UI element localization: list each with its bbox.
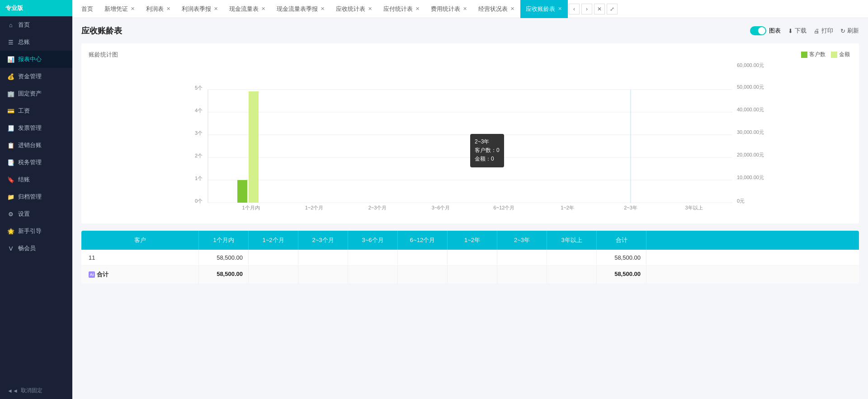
legend-amount-dot [831,52,837,58]
svg-text:3~6个月: 3~6个月 [432,205,450,210]
svg-text:2~3年: 2~3年 [624,205,637,210]
legend-customer-dot [801,52,807,58]
tax-icon: 📑 [7,159,14,166]
legend-amount: 金额 [831,51,850,58]
sidebar-item-reports[interactable]: 📊 报表中心 [0,51,72,68]
sidebar-item-stock[interactable]: 📋 进销台账 [0,137,72,154]
bar-1month-customer [237,180,247,203]
sidebar-item-salary[interactable]: 💳 工资 [0,102,72,119]
tab-label: 应收统计表 [336,5,365,13]
download-label: 下载 [795,27,807,35]
sidebar-item-label: 设置 [18,210,30,218]
bar-chart: 0个 1个 2个 3个 4个 5个 0元 10,000.00元 20,000.0… [89,62,852,216]
tab-payable-stat[interactable]: 应付统计表 ✕ [378,0,425,18]
svg-text:50,000.00元: 50,000.00元 [737,84,764,90]
sidebar-item-label: 结账 [18,176,30,184]
cell-2-3month [298,250,348,266]
tab-bar: 首页 新增凭证 ✕ 利润表 ✕ 利润表季报 ✕ 现金流量表 ✕ 现金流量表季报 … [72,0,868,18]
tab-expense-stat[interactable]: 费用统计表 ✕ [425,0,473,18]
tab-close-icon[interactable]: ✕ [166,6,170,12]
cell-total: 58,500.00 [597,250,646,266]
tab-close-icon[interactable]: ✕ [131,6,135,12]
sidebar-item-label: 畅会员 [18,244,36,252]
svg-text:0个: 0个 [195,198,203,204]
refresh-label: 刷新 [847,27,859,35]
tab-cashflow-quarter[interactable]: 现金流量表季报 ✕ [271,0,330,18]
col-6-12month: 6~12个月 [398,231,448,250]
tab-label: 首页 [81,5,93,13]
col-over3year: 3年以上 [547,231,597,250]
sidebar-item-label: 税务管理 [18,158,42,166]
tab-voucher[interactable]: 新增凭证 ✕ [99,0,141,18]
toggle-track[interactable] [750,26,766,35]
tab-close-icon[interactable]: ✕ [214,6,218,12]
col-customer: 客户 [81,231,199,250]
assets-icon: 🏢 [7,90,14,97]
tab-profit[interactable]: 利润表 ✕ [141,0,176,18]
tab-next-button[interactable]: › [581,4,592,14]
sidebar-item-capital[interactable]: 💰 资金管理 [0,68,72,85]
svg-text:2~3个月: 2~3个月 [368,205,387,210]
tab-cashflow[interactable]: 现金流量表 ✕ [224,0,271,18]
tab-close-icon[interactable]: ✕ [261,6,265,12]
tab-receivable-stat[interactable]: 应收统计表 ✕ [330,0,378,18]
sidebar-item-label: 进销台账 [18,141,42,149]
unpin-icon: ◄◄ [7,388,18,394]
tab-close-icon[interactable]: ✕ [321,6,325,12]
tab-expand-button[interactable]: ⤢ [607,4,618,14]
tab-prev-button[interactable]: ‹ [569,4,580,14]
sidebar-item-checkout[interactable]: 🔖 结账 [0,171,72,188]
sidebar-item-settings[interactable]: ⚙ 设置 [0,205,72,223]
sidebar-item-member[interactable]: V 畅会员 [0,240,72,257]
tab-home[interactable]: 首页 [76,0,99,18]
footer-2-3month [298,266,348,283]
tab-label: 利润表 [146,5,164,13]
sidebar-item-assets[interactable]: 🏢 固定资产 [0,85,72,102]
chart-toggle[interactable]: 图表 [750,26,781,35]
tab-profit-quarter[interactable]: 利润表季报 ✕ [176,0,224,18]
header-actions: 图表 ⬇ 下载 🖨 打印 ↻ 刷新 [750,26,859,35]
data-table: 客户 1个月内 1~2个月 2~3个月 3~6个月 6~12个月 1~2年 2~… [81,231,859,283]
cell-6-12month [398,250,448,266]
tab-label: 应付统计表 [383,5,413,13]
sidebar-item-archive[interactable]: 📁 归档管理 [0,188,72,205]
archive-icon: 📁 [7,193,14,200]
print-button[interactable]: 🖨 打印 [814,27,833,35]
table-header: 客户 1个月内 1~2个月 2~3个月 3~6个月 6~12个月 1~2年 2~… [81,231,859,250]
sidebar-item-invoice[interactable]: 🧾 发票管理 [0,119,72,137]
sidebar-item-tax[interactable]: 📑 税务管理 [0,154,72,171]
svg-text:0元: 0元 [737,198,745,204]
refresh-button[interactable]: ↻ 刷新 [840,27,859,35]
legend-customer-label: 客户数 [809,51,826,58]
tab-close-all-button[interactable]: ✕ [594,4,605,14]
svg-text:2个: 2个 [195,153,203,158]
svg-text:1~2个月: 1~2个月 [305,205,324,210]
sidebar-item-guide[interactable]: 🌟 新手引导 [0,223,72,240]
tab-receivable-aging[interactable]: 应收账龄表 ✕ [520,0,568,18]
footer-3-6month [348,266,398,283]
tab-close-icon[interactable]: ✕ [510,6,514,12]
sidebar-item-ledger[interactable]: ☰ 总账 [0,33,72,51]
tab-label: 费用统计表 [431,5,460,13]
download-button[interactable]: ⬇ 下载 [788,27,807,35]
sidebar-item-home[interactable]: ⌂ 首页 [0,16,72,33]
tab-close-icon[interactable]: ✕ [463,6,467,12]
bar-1month-amount [249,91,259,203]
tab-business-stat[interactable]: 经营状况表 ✕ [473,0,520,18]
unpin-button[interactable]: ◄◄ 取消固定 [0,382,72,399]
svg-text:30,000.00元: 30,000.00元 [737,129,764,135]
sidebar-item-label: 工资 [18,107,30,115]
footer-1-2month [249,266,298,283]
sidebar: 专业版 ⌂ 首页 ☰ 总账 📊 报表中心 💰 资金管理 🏢 固定资产 💳 工资 … [0,0,72,399]
cell-2-3year [497,250,547,266]
col-total: 合计 [597,231,646,250]
svg-text:10,000.00元: 10,000.00元 [737,175,764,180]
main-area: 首页 新增凭证 ✕ 利润表 ✕ 利润表季报 ✕ 现金流量表 ✕ 现金流量表季报 … [72,0,868,399]
tab-close-icon[interactable]: ✕ [415,6,420,12]
tab-close-icon[interactable]: ✕ [368,6,372,12]
guide-icon: 🌟 [7,228,14,235]
chart-legend: 客户数 金额 [801,51,850,58]
sidebar-item-label: 归档管理 [18,193,42,201]
tab-close-icon[interactable]: ✕ [558,6,562,12]
svg-text:60,000.00元: 60,000.00元 [737,62,764,68]
